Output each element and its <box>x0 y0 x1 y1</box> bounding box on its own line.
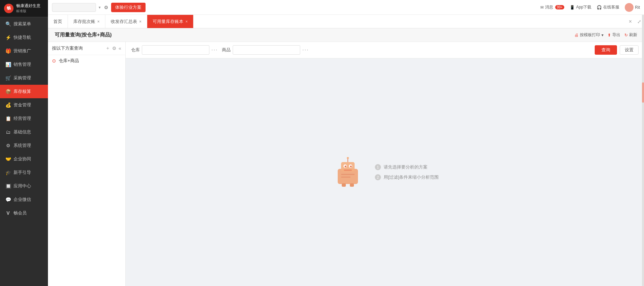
sidebar-item-label: 搜索菜单 <box>14 21 31 27</box>
sidebar-item-inventory[interactable]: 📦 库存核算 <box>0 85 48 98</box>
sidebar-item-label: 系统管理 <box>14 142 31 149</box>
sidebar-item-marketing[interactable]: 🎁 营销推广 <box>0 44 48 58</box>
tab-available[interactable]: 可用量库存账本 × <box>147 15 194 28</box>
filter-panel: 按以下方案查询 ＋ ⚙ « ⊙ 仓库+商品 <box>48 42 126 286</box>
tab-summary[interactable]: 收发存汇总表 × <box>105 15 147 28</box>
industry-btn[interactable]: 体验行业方案 <box>111 3 146 12</box>
box-icon: 📦 <box>5 89 11 94</box>
tip-item-1: 1 请先选择要分析的方案 <box>375 164 439 170</box>
money-icon: 💰 <box>5 102 11 108</box>
sidebar-item-label: 营销推广 <box>14 48 31 54</box>
warehouse-field: 仓库 ··· <box>131 45 218 55</box>
page-title: 可用量查询(按仓库+商品) <box>55 32 112 38</box>
tab-home-label: 首页 <box>53 19 62 25</box>
sidebar-nav: 🔍 搜索菜单 ⚡ 快捷导航 🎁 营销推广 📊 销售管理 🛒 采购管理 📦 库存核… <box>0 17 48 286</box>
sidebar-item-sales[interactable]: 📊 销售管理 <box>0 58 48 71</box>
query-button[interactable]: 查询 <box>595 45 617 55</box>
sidebar-item-operations[interactable]: 📋 经营管理 <box>0 112 48 125</box>
sidebar-item-label: 采购管理 <box>14 75 31 81</box>
graduation-icon: 🎓 <box>5 170 11 175</box>
sidebar-item-search[interactable]: 🔍 搜索菜单 <box>0 17 48 31</box>
content-area: 按以下方案查询 ＋ ⚙ « ⊙ 仓库+商品 仓库 ··· 商品 <box>48 42 644 286</box>
warehouse-dots-btn[interactable]: ··· <box>211 47 218 53</box>
filter-title: 按以下方案查询 <box>52 45 103 51</box>
export-btn[interactable]: ⬆ 导出 <box>608 32 620 38</box>
sidebar-brand: 畅康通好生意 标准版 <box>16 3 41 14</box>
tip-num-2: 2 <box>375 174 381 180</box>
product-label: 商品 <box>222 47 231 53</box>
chevron-down-icon[interactable]: ▾ <box>99 5 101 10</box>
app-download-label: App下载 <box>576 4 591 10</box>
search-input[interactable] <box>52 3 96 12</box>
setting-button[interactable]: 设置 <box>620 45 639 55</box>
sidebar-item-finance[interactable]: 💰 资金管理 <box>0 98 48 112</box>
tab-batch[interactable]: 库存批次账 × <box>68 15 105 28</box>
tip-num-1: 1 <box>375 164 381 170</box>
avatar <box>625 3 634 12</box>
headphone-icon: 🎧 <box>597 5 602 10</box>
warehouse-input[interactable] <box>142 45 209 55</box>
sidebar-item-label: 经营管理 <box>14 115 31 122</box>
export-label: 导出 <box>612 32 620 38</box>
right-panel: 仓库 ··· 商品 ··· 查询 设置 <box>126 42 644 286</box>
sidebar-item-shortcut[interactable]: ⚡ 快捷导航 <box>0 31 48 44</box>
app-download-btn[interactable]: 📱 App下载 <box>570 4 591 10</box>
sidebar-item-system[interactable]: ⚙ 系统管理 <box>0 139 48 152</box>
sidebar-item-enterprise[interactable]: 🤝 企业协同 <box>0 152 48 166</box>
tab-batch-close[interactable]: × <box>97 19 100 24</box>
tip-item-2: 2 用[过滤]条件来缩小分析范围 <box>375 174 439 180</box>
sidebar-item-label: 快捷导航 <box>14 34 31 41</box>
product-dots-btn[interactable]: ··· <box>302 47 309 53</box>
gear-settings-icon[interactable]: ⚙ <box>104 5 108 10</box>
tip-text-2: 用[过滤]条件来缩小分析范围 <box>384 174 439 180</box>
refresh-icon: ↻ <box>624 33 628 37</box>
print-icon: 🖨 <box>574 33 578 37</box>
sidebar-item-label: 企业协同 <box>14 156 31 162</box>
print-btn[interactable]: 🖨 按模板打印 ▾ <box>574 32 603 38</box>
username-label: Rit <box>635 5 640 10</box>
warehouse-product-icon: ⊙ <box>52 58 56 63</box>
messages-btn[interactable]: ✉ 消息 99+ <box>540 4 564 10</box>
sidebar: 畅 畅康通好生意 标准版 🔍 搜索菜单 ⚡ 快捷导航 🎁 营销推广 📊 销售管理… <box>0 0 48 286</box>
topbar-right: ✉ 消息 99+ 📱 App下载 🎧 在线客服 Rit <box>540 3 640 12</box>
sidebar-header: 畅 畅康通好生意 标准版 <box>0 0 48 17</box>
print-label: 按模板打印 <box>580 32 600 38</box>
sidebar-logo: 畅 <box>4 4 14 13</box>
svg-point-4 <box>344 166 346 167</box>
empty-state: 1 请先选择要分析的方案 2 用[过滤]条件来缩小分析范围 <box>126 58 644 286</box>
add-filter-btn[interactable]: ＋ <box>105 45 110 51</box>
tab-home[interactable]: 首页 <box>48 15 68 28</box>
tab-summary-label: 收发存汇总表 <box>111 19 137 25</box>
sidebar-item-label: 基础信息 <box>14 129 31 135</box>
tip-text-1: 请先选择要分析的方案 <box>384 164 428 170</box>
tab-summary-close[interactable]: × <box>139 19 141 24</box>
online-service-btn[interactable]: 🎧 在线客服 <box>597 4 619 10</box>
right-scrollbar[interactable] <box>642 15 644 286</box>
sidebar-item-purchase[interactable]: 🛒 采购管理 <box>0 71 48 85</box>
wechat-icon: 💬 <box>5 197 11 202</box>
product-field: 商品 ··· <box>222 45 309 55</box>
refresh-btn[interactable]: ↻ 刷新 <box>624 32 637 38</box>
manage-filter-btn[interactable]: ⚙ <box>112 46 117 51</box>
collapse-filter-btn[interactable]: « <box>119 46 121 51</box>
tab-available-label: 可用量库存账本 <box>153 19 183 25</box>
sidebar-item-newbie[interactable]: 🎓 新手引导 <box>0 166 48 179</box>
folder-icon: 🗂 <box>5 129 11 135</box>
sidebar-item-basic[interactable]: 🗂 基础信息 <box>0 125 48 139</box>
vip-icon: V <box>5 210 11 216</box>
sidebar-item-label: 企业微信 <box>14 197 31 203</box>
svg-rect-6 <box>344 170 352 171</box>
sidebar-item-member[interactable]: V 畅会员 <box>0 206 48 220</box>
sidebar-item-label: 销售管理 <box>14 61 31 68</box>
cart-icon: 🛒 <box>5 75 11 81</box>
tab-available-close[interactable]: × <box>185 19 188 24</box>
close-all-tabs-btn[interactable]: × <box>626 15 635 28</box>
scrollbar-thumb <box>642 82 644 103</box>
sidebar-item-label: 畅会员 <box>14 210 27 216</box>
filter-item-warehouse-product[interactable]: ⊙ 仓库+商品 <box>48 55 125 67</box>
empty-tips: 1 请先选择要分析的方案 2 用[过滤]条件来缩小分析范围 <box>375 164 439 180</box>
sidebar-item-appstore[interactable]: 🔲 应用中心 <box>0 179 48 193</box>
sidebar-item-wechat[interactable]: 💬 企业微信 <box>0 193 48 206</box>
product-input[interactable] <box>233 45 300 55</box>
user-avatar-btn[interactable]: Rit <box>625 3 640 12</box>
